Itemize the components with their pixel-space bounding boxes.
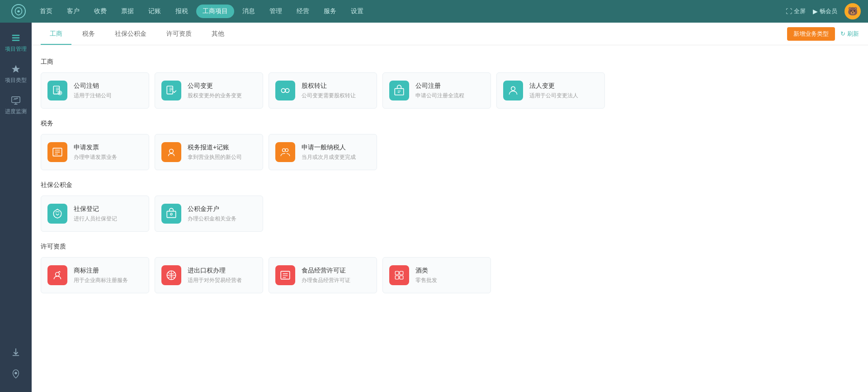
- tab-shebao[interactable]: 社保公积金: [106, 23, 156, 45]
- tab-gongshang[interactable]: 工商: [41, 23, 71, 45]
- left-sidebar: 项目管理 项目类型 进度监测: [0, 23, 32, 392]
- icon-equity-transfer: [275, 81, 295, 100]
- sidebar-item-download[interactable]: [7, 341, 25, 363]
- card-info-general-taxpayer: 申请一般纳税人 当月或次月成变更完成: [302, 143, 356, 161]
- section-title-xukezi: 许可资质: [41, 243, 859, 251]
- svg-rect-23: [400, 271, 403, 275]
- card-desc-trademark: 用于企业商标注册服务: [74, 277, 128, 284]
- refresh-icon: ↻: [840, 30, 845, 37]
- svg-rect-17: [167, 211, 176, 218]
- nav-item-home[interactable]: 首页: [33, 5, 59, 18]
- nav-item-bizproject[interactable]: 工商项目: [196, 5, 234, 18]
- fullscreen-label: 全屏: [794, 7, 806, 15]
- card-title-social-security: 社保登记: [74, 205, 117, 213]
- card-info-trademark: 商标注册 用于企业商标注册服务: [74, 267, 128, 284]
- top-navigation: 首页 客户 收费 票据 记账 报税 工商项目 消息 管理 经营 服务 设置 ⛶ …: [0, 0, 868, 23]
- nav-item-operations[interactable]: 经营: [290, 5, 316, 18]
- card-desc-tax-report: 拿到营业执照的新公司: [188, 153, 242, 161]
- card-title-tax-report: 税务报道+记账: [188, 143, 242, 152]
- card-legal-change[interactable]: 法人变更 适用于公司变更法人: [496, 72, 605, 109]
- svg-rect-22: [395, 271, 399, 275]
- tab-xukezi[interactable]: 许可资质: [157, 23, 201, 45]
- nav-item-accounting[interactable]: 记账: [142, 5, 167, 18]
- card-title-invoice-apply: 申请发票: [74, 143, 117, 152]
- card-general-taxpayer[interactable]: 申请一般纳税人 当月或次月成变更完成: [269, 134, 377, 170]
- card-provident-fund[interactable]: 公积金开户 办理公积金相关业务: [155, 196, 263, 232]
- card-desc-invoice-apply: 办理申请发票业务: [74, 153, 117, 161]
- card-info-company-register: 公司注册 申请公司注册全流程: [415, 82, 464, 100]
- sidebar-item-location[interactable]: [7, 363, 25, 385]
- tab-shuiwu[interactable]: 税务: [73, 23, 104, 45]
- icon-company-change: [161, 81, 181, 100]
- card-desc-food-license: 办理食品经营许可证: [302, 277, 350, 284]
- svg-point-5: [14, 372, 17, 374]
- refresh-button[interactable]: ↻ 刷新: [840, 30, 859, 38]
- main-layout: 项目管理 项目类型 进度监测: [0, 23, 868, 392]
- sidebar-item-progress-monitor[interactable]: 进度监测: [0, 90, 32, 121]
- svg-rect-2: [12, 40, 20, 41]
- icon-general-taxpayer: [275, 142, 295, 162]
- card-desc-legal-change: 适用于公司变更法人: [529, 92, 578, 100]
- card-desc-alcohol: 零售批发: [415, 277, 437, 284]
- nav-item-settings[interactable]: 设置: [344, 5, 370, 18]
- tab-actions: 新增业务类型 ↻ 刷新: [787, 27, 859, 41]
- card-grid-xukezi: 商标注册 用于企业商标注册服务 进出口权办理 适用于对外贸易: [41, 257, 859, 293]
- svg-point-18: [170, 213, 172, 215]
- tab-bar: 工商 税务 社保公积金 许可资质 其他 新增业务类型 ↻ 刷新: [32, 23, 868, 45]
- nav-item-message[interactable]: 消息: [236, 5, 261, 18]
- card-food-license[interactable]: 食品经营许可证 办理食品经营许可证: [269, 257, 377, 293]
- card-desc-general-taxpayer: 当月或次月成变更完成: [302, 153, 356, 161]
- card-tax-report[interactable]: 税务报道+记账 拿到营业执照的新公司: [155, 134, 263, 170]
- card-desc-company-cancellation: 适用于注销公司: [74, 92, 112, 100]
- icon-legal-change: [503, 81, 523, 100]
- tab-other[interactable]: 其他: [203, 23, 233, 45]
- nav-item-tax[interactable]: 报税: [169, 5, 194, 18]
- icon-invoice-apply: [47, 142, 67, 162]
- card-social-security[interactable]: 社保登记 进行人员社保登记: [41, 196, 149, 232]
- content-area: 工商 税务 社保公积金 许可资质 其他 新增业务类型 ↻ 刷新 工商: [32, 23, 868, 392]
- refresh-label: 刷新: [847, 30, 859, 38]
- section-title-shebao: 社保公积金: [41, 181, 859, 189]
- mascot-avatar[interactable]: 🐻: [844, 3, 861, 19]
- card-equity-transfer[interactable]: 股权转让 公司变更需要股权转让: [269, 72, 377, 109]
- card-desc-equity-transfer: 公司变更需要股权转让: [302, 92, 356, 100]
- section-title-shuiwu: 税务: [41, 120, 859, 128]
- scroll-content[interactable]: 工商 公司注销 适用于注销公司: [32, 45, 868, 392]
- icon-import-export: [161, 265, 181, 285]
- card-trademark[interactable]: 商标注册 用于企业商标注册服务: [41, 257, 149, 293]
- member-label: 畅会员: [820, 7, 837, 15]
- card-invoice-apply[interactable]: 申请发票 办理申请发票业务: [41, 134, 149, 170]
- sidebar-bottom: [7, 341, 25, 392]
- card-alcohol[interactable]: 酒类 零售批发: [382, 257, 491, 293]
- icon-tax-report: [161, 142, 181, 162]
- list-icon: [10, 33, 21, 43]
- member-button[interactable]: ▶ 畅会员: [813, 7, 837, 15]
- card-import-export[interactable]: 进出口权办理 适用于对外贸易经营者: [155, 257, 263, 293]
- add-type-button[interactable]: 新增业务类型: [787, 27, 835, 41]
- nav-item-fee[interactable]: 收费: [88, 5, 113, 18]
- svg-point-12: [511, 86, 515, 91]
- card-info-import-export: 进出口权办理 适用于对外贸易经营者: [188, 267, 242, 284]
- sidebar-item-project-type[interactable]: 项目类型: [0, 58, 32, 90]
- card-company-cancellation[interactable]: 公司注销 适用于注销公司: [41, 72, 149, 109]
- svg-rect-4: [13, 355, 19, 356]
- svg-rect-0: [12, 35, 20, 36]
- icon-company-register: [389, 81, 409, 100]
- svg-rect-25: [400, 276, 403, 279]
- nav-item-client[interactable]: 客户: [61, 5, 86, 18]
- card-title-company-register: 公司注册: [415, 82, 464, 90]
- card-company-change[interactable]: 公司变更 股权变更外的业务变更: [155, 72, 263, 109]
- member-icon: ▶: [813, 8, 818, 15]
- nav-item-service[interactable]: 服务: [317, 5, 343, 18]
- icon-company-cancellation: [47, 81, 67, 100]
- fullscreen-button[interactable]: ⛶ 全屏: [786, 7, 806, 15]
- sidebar-item-project-manage[interactable]: 项目管理: [0, 27, 32, 58]
- nav-item-manage[interactable]: 管理: [263, 5, 288, 18]
- nav-item-bills[interactable]: 票据: [115, 5, 140, 18]
- card-company-register[interactable]: 公司注册 申请公司注册全流程: [382, 72, 491, 109]
- monitor-icon: [10, 95, 21, 106]
- logo[interactable]: [7, 0, 30, 23]
- card-desc-company-register: 申请公司注册全流程: [415, 92, 464, 100]
- card-info-company-change: 公司变更 股权变更外的业务变更: [188, 82, 242, 100]
- icon-trademark: [47, 265, 67, 285]
